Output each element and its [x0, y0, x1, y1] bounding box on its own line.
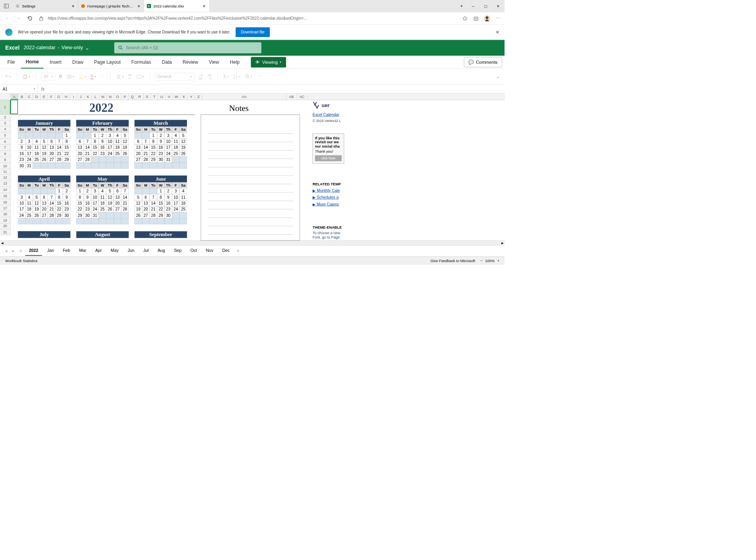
sheet-tab[interactable]: Jul: [140, 246, 152, 256]
column-header[interactable]: R: [136, 94, 144, 100]
download-file-button[interactable]: Download file: [236, 27, 270, 37]
column-header[interactable]: Y: [188, 94, 195, 100]
spreadsheet-grid[interactable]: ABCDEFGHIJKLMNOPQRSTUVWXYZAAABAC 1234567…: [0, 94, 505, 241]
row-header[interactable]: 4: [0, 126, 11, 132]
site-info-icon[interactable]: [37, 14, 45, 22]
column-header[interactable]: D: [33, 94, 41, 100]
tab-close-button[interactable]: ✕: [137, 4, 141, 8]
ribbon-tab-insert[interactable]: Insert: [45, 56, 66, 68]
sheet-nav-prev[interactable]: ◂: [3, 248, 9, 253]
row-header[interactable]: 5: [0, 132, 11, 139]
merge-button[interactable]: ▾: [135, 74, 145, 80]
feedback-link[interactable]: Give Feedback to Microsoft: [431, 259, 475, 263]
ribbon-tab-review[interactable]: Review: [178, 56, 203, 68]
column-header[interactable]: AA: [202, 94, 287, 100]
column-header[interactable]: L: [92, 94, 100, 100]
ribbon-tab-formulas[interactable]: Formulas: [127, 56, 156, 68]
row-header[interactable]: 2: [0, 115, 11, 120]
column-header[interactable]: I: [70, 94, 78, 100]
row-header[interactable]: 1: [0, 100, 11, 115]
row-header[interactable]: 8: [0, 151, 11, 157]
sort-filter-button[interactable]: AZ ▾: [232, 73, 241, 80]
ribbon-tab-data[interactable]: Data: [157, 56, 176, 68]
fx-icon[interactable]: fx: [38, 87, 48, 91]
column-header[interactable]: J: [77, 94, 85, 100]
sheet-tab[interactable]: 2022: [25, 246, 42, 256]
column-header[interactable]: AC: [297, 94, 307, 100]
column-header[interactable]: M: [99, 94, 107, 100]
row-header[interactable]: 21: [0, 229, 11, 235]
new-tab-button[interactable]: +: [456, 0, 467, 12]
workbook-name-button[interactable]: 2022-calendar - View-only ⌄: [24, 45, 89, 51]
row-header[interactable]: 11: [0, 169, 11, 175]
row-header[interactable]: 18: [0, 211, 11, 217]
workbook-statistics[interactable]: Workbook Statistics: [5, 259, 37, 263]
related-link[interactable]: ▶ Monthly Cale: [312, 189, 344, 193]
number-format-select[interactable]: General▾: [155, 73, 194, 81]
ribbon-tab-page-layout[interactable]: Page Layout: [89, 56, 126, 68]
autosum-button[interactable]: Σ ▾: [222, 73, 229, 80]
search-input[interactable]: [126, 45, 257, 50]
search-box[interactable]: [114, 42, 261, 53]
column-header[interactable]: T: [151, 94, 158, 100]
sheet-tab[interactable]: Apr: [92, 246, 105, 256]
sheet-tab[interactable]: Dec: [218, 246, 233, 256]
column-header[interactable]: G: [55, 94, 63, 100]
horizontal-scrollbar[interactable]: ◂ ▸: [0, 240, 505, 245]
row-header[interactable]: 3: [0, 120, 11, 126]
wrap-text-button[interactable]: ab↵: [127, 72, 133, 81]
comments-button[interactable]: 💬Comments: [464, 57, 502, 67]
sheet-tab[interactable]: Oct: [187, 246, 200, 256]
browser-tab[interactable]: Settings✕: [13, 0, 78, 12]
row-header[interactable]: 13: [0, 181, 11, 187]
scroll-right-button[interactable]: ▸: [500, 240, 505, 246]
ribbon-tab-help[interactable]: Help: [225, 56, 244, 68]
column-header[interactable]: H: [63, 94, 70, 100]
column-header[interactable]: X: [180, 94, 188, 100]
row-header[interactable]: 20: [0, 223, 11, 229]
minimize-button[interactable]: ─: [467, 0, 479, 12]
borders-button[interactable]: ▾: [66, 73, 75, 80]
excel-calendar-link[interactable]: Excel Calendar: [312, 113, 344, 117]
column-header[interactable]: W: [173, 94, 180, 100]
sheet-tab[interactable]: Nov: [202, 246, 217, 256]
row-header[interactable]: 7: [0, 145, 11, 151]
column-header[interactable]: U: [158, 94, 166, 100]
row-header[interactable]: 12: [0, 175, 11, 181]
paste-button[interactable]: 📋 ▾: [22, 73, 31, 80]
sheet-tab[interactable]: Aug: [154, 246, 169, 256]
column-header[interactable]: V: [166, 94, 173, 100]
row-header[interactable]: 6: [0, 139, 11, 144]
more-toolbar-button[interactable]: ⋯: [256, 73, 262, 80]
related-link[interactable]: ▶ More Calenc: [312, 202, 344, 207]
forward-button[interactable]: →: [14, 14, 22, 22]
font-size-input[interactable]: 10▾: [41, 73, 55, 81]
refresh-button[interactable]: [26, 14, 34, 22]
sheet-nav-next[interactable]: ▸: [11, 248, 17, 253]
column-header[interactable]: K: [85, 94, 92, 100]
maximize-button[interactable]: ▢: [479, 0, 492, 12]
formula-input[interactable]: [48, 85, 505, 93]
row-header[interactable]: 19: [0, 217, 11, 223]
column-header[interactable]: C: [26, 94, 33, 100]
column-header[interactable]: Z: [195, 94, 202, 100]
row-header[interactable]: 9: [0, 157, 11, 163]
tab-close-button[interactable]: ✕: [202, 4, 207, 8]
column-header[interactable]: A: [11, 94, 18, 100]
sheet-tab[interactable]: Jun: [124, 246, 138, 256]
column-header[interactable]: S: [143, 94, 151, 100]
viewing-mode-button[interactable]: 👁Viewing▾: [251, 57, 286, 68]
collections-button[interactable]: [472, 14, 480, 22]
column-header[interactable]: N: [107, 94, 114, 100]
collapse-ribbon-button[interactable]: ⌄: [495, 73, 501, 80]
sheet-tab[interactable]: May: [107, 246, 122, 256]
bold-button[interactable]: B: [58, 73, 63, 80]
tab-actions-button[interactable]: [0, 0, 13, 12]
sheet-tab[interactable]: Sep: [170, 246, 185, 256]
more-font-button[interactable]: ⋯: [99, 73, 105, 80]
sheet-tab[interactable]: Mar: [76, 246, 90, 256]
row-header[interactable]: 17: [0, 205, 11, 211]
sheet-tab[interactable]: Jan: [44, 246, 58, 256]
related-link[interactable]: ▶ Schedules a: [312, 195, 344, 200]
ribbon-tab-home[interactable]: Home: [21, 56, 43, 68]
